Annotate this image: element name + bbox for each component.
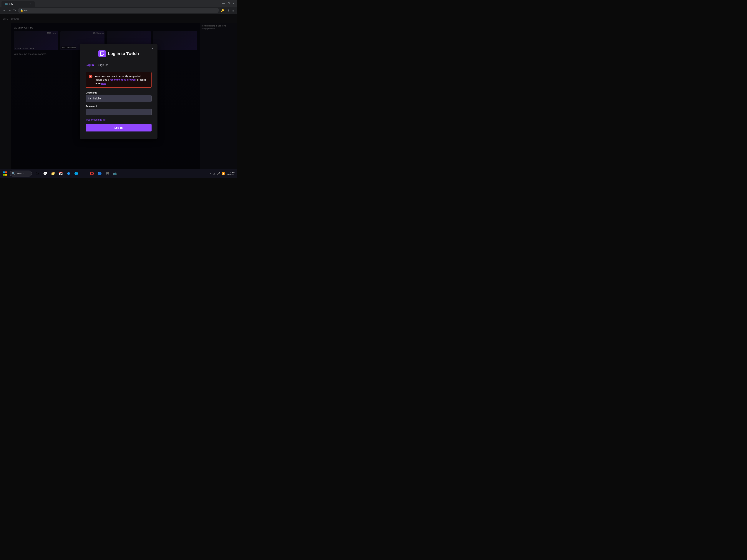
close-icon: × [152,47,154,51]
tab-bar: 📺 n.tv × + — □ × [0,0,237,7]
refresh-button[interactable]: ↻ [14,9,16,12]
trouble-logging-link[interactable]: Trouble logging in? [85,118,152,121]
taskbar-app-browser2[interactable]: 🌐 [73,170,80,177]
taskbar-apps: 🗂 💬 📁 📅 🔷 🌐 🛡 ⭕ 🔵 🎮 📺 [34,170,119,177]
key-icon: 🔑 [221,9,225,12]
svg-rect-1 [103,52,103,54]
window-controls: — □ × [222,2,236,5]
taskbar: 🔍 Search 🗂 💬 📁 📅 🔷 🌐 🛡 ⭕ 🔵 [0,169,237,178]
forward-button[interactable]: → [8,9,11,12]
tab-title: n.tv [9,3,13,5]
search-icon: 🔍 [12,172,15,175]
share-icon[interactable]: ⬆ [227,9,229,12]
password-field-group: Password [85,105,152,115]
svg-rect-5 [3,174,5,176]
windows-logo-icon [3,171,7,176]
new-tab-button[interactable]: + [35,1,41,7]
learn-more-link[interactable]: here [101,82,106,85]
mic-icon: 🎤 [217,172,220,175]
tab-favicon: 📺 [4,2,7,5]
clock: 12:00 PM1/1/2024 [226,171,235,176]
username-field-group: Username [85,91,152,102]
login-button[interactable]: Log In [85,124,152,132]
taskbar-app-chat[interactable]: 💬 [42,170,49,177]
modal-overlay: × Log in to Twitch Log In Sign Up − [0,14,237,169]
browser-frame: 📺 n.tv × + — □ × ← → ↻ 🔒 n.tv 🔑 ⬆ ☆ [0,0,237,14]
taskbar-app-opera[interactable]: ⭕ [88,170,95,177]
login-modal: × Log in to Twitch Log In Sign Up − [80,44,157,139]
close-window-icon[interactable]: × [233,2,234,5]
taskbar-app-ruby[interactable]: 🔷 [65,170,72,177]
taskbar-app-twitch[interactable]: 📺 [112,170,119,177]
error-message: Your browser is not currently supported.… [95,75,148,85]
svg-rect-3 [3,171,5,174]
address-input[interactable]: 🔒 n.tv [18,8,219,13]
error-icon: − [89,75,93,78]
taskbar-search[interactable]: 🔍 Search [10,170,32,177]
taskbar-app-files[interactable]: 🗂 [34,170,41,177]
svg-rect-2 [102,52,102,54]
bookmark-icon[interactable]: ☆ [232,9,234,12]
error-banner: − Your browser is not currently supporte… [85,72,152,88]
password-label: Password [85,105,152,108]
username-input[interactable] [85,95,152,102]
twitch-logo-icon [98,50,106,57]
tray-icon-up[interactable]: ∧ [210,172,211,175]
modal-title: Log in to Twitch [108,51,139,56]
search-label: Search [17,172,24,175]
lock-icon: 🔒 [20,9,23,12]
system-tray: ∧ ☁ 🎤 📶 12:00 PM1/1/2024 [210,171,235,176]
tab-close-button[interactable]: × [29,2,32,5]
auth-tabs: Log In Sign Up [85,62,152,68]
username-label: Username [85,91,152,94]
address-bar-row: ← → ↻ 🔒 n.tv 🔑 ⬆ ☆ [0,7,237,14]
start-button[interactable] [2,170,8,177]
cloud-icon: ☁ [213,172,215,175]
wifi-icon: 📶 [222,172,225,175]
recommended-browser-link[interactable]: recommended browser [110,78,136,81]
svg-rect-6 [5,174,7,176]
minimize-icon[interactable]: — [222,2,225,5]
login-tab[interactable]: Log In [85,62,94,68]
browser-tab[interactable]: 📺 n.tv × [1,1,35,7]
password-input[interactable] [85,109,152,115]
svg-rect-4 [5,171,7,174]
toolbar-icons: 🔑 ⬆ ☆ [221,9,234,12]
taskbar-app-shield[interactable]: 🛡 [81,170,87,177]
back-button[interactable]: ← [3,9,6,12]
taskbar-app-calendar[interactable]: 📅 [57,170,64,177]
taskbar-app-folder[interactable]: 📁 [50,170,56,177]
taskbar-app-xbox[interactable]: 🎮 [104,170,111,177]
maximize-icon[interactable]: □ [228,2,230,5]
modal-close-button[interactable]: × [150,46,155,52]
signup-tab[interactable]: Sign Up [98,62,108,68]
taskbar-app-chrome[interactable]: 🔵 [96,170,103,177]
modal-header: Log in to Twitch [85,50,152,57]
url-text: n.tv [24,9,28,12]
